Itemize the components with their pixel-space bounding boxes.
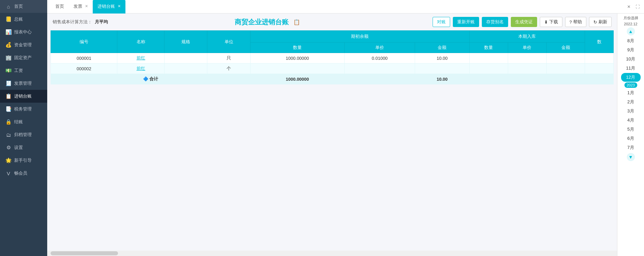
tab-bar: 首页发票✕进销台账✕ ✕ ⛶ [47,0,644,14]
month-nav-down[interactable]: ▼ [627,153,635,161]
sidebar-item-salary[interactable]: 💵工资 [0,64,47,77]
sidebar: ⌂首页📒总账📊报表中心💰资金管理🏢固定资产💵工资🧾发票管理📋进销台账📑税务管理🔒… [0,0,47,256]
col-spec: 规格 [165,31,207,53]
sidebar-item-assets[interactable]: 🏢固定资产 [0,51,47,64]
sidebar-item-archive[interactable]: 🗂归档管理 [0,128,47,141]
cell-in-amount [546,63,585,74]
col-period-in: 本期入库 [469,31,585,43]
toolbar: 销售成本计算方法： 月平均 商贸企业进销台账 📋 对账 重新开账 存货别名 生成… [47,14,617,30]
table-wrapper: 编号 名称 规格 单位 期初余额 本期入库 数 数量 单价 金额 数 [47,30,617,251]
month-item-2022-10月[interactable]: 10月 [621,55,641,63]
total-opening-qty: 1000.00000 [250,74,345,84]
settings-icon: ⚙ [5,145,11,151]
sidebar-item-close[interactable]: 🔒结账 [0,116,47,128]
cost-method-value: 月平均 [95,19,108,25]
month-item-2023-4月[interactable]: 4月 [621,116,641,125]
stock-icon: 📋 [5,93,11,99]
col-unit: 单位 [207,31,250,53]
sidebar-item-settings[interactable]: ⚙设置 [0,141,47,154]
cell-opening-amount: 10.00 [415,53,469,63]
cell-opening-price [345,63,415,74]
home-icon: ⌂ [5,4,11,9]
tab-close-stock-tab[interactable]: ✕ [118,4,121,8]
tab-label: 进销台账 [97,3,115,9]
cell-extra [585,53,614,63]
help-button[interactable]: ? 帮助 [565,17,586,27]
funds-icon: 💰 [5,42,11,48]
cell-in-amount [546,53,585,63]
refresh-button[interactable]: ↻ 刷新 [589,17,612,27]
month-nav-up[interactable]: ▲ [627,27,635,35]
sidebar-label: 结账 [14,119,23,125]
total-extra [585,74,614,84]
months-2023-container: 1月2月3月4月5月6月7月 [621,88,641,152]
close-window-button[interactable]: ✕ [626,4,632,10]
cell-code: 000002 [51,63,117,74]
maximize-window-button[interactable]: ⛶ [635,4,641,10]
total-opening-price [345,74,415,84]
reopen-button[interactable]: 重新开账 [453,17,479,27]
sidebar-item-tax[interactable]: 📑税务管理 [0,103,47,116]
sidebar-label: 税务管理 [14,106,32,112]
month-item-2022-9月[interactable]: 9月 [621,46,641,54]
cell-extra [585,63,614,74]
sidebar-label: 进销台账 [14,93,32,99]
month-panel: 月份选择 2022.12 ▲ 8月9月10月11月12月 2023 1月2月3月… [617,14,644,256]
help-icon: ? [569,20,572,25]
main-content: 销售成本计算方法： 月平均 商贸企业进销台账 📋 对账 重新开账 存货别名 生成… [47,14,617,256]
sidebar-item-report[interactable]: 📊报表中心 [0,26,47,39]
sidebar-item-guide[interactable]: 🌟新手引导 [0,154,47,167]
table-body: 000001 前红 只 1000.00000 0.01000 10.00 000… [51,53,614,84]
reconcile-button[interactable]: 对账 [433,17,450,27]
month-item-2022-11月[interactable]: 11月 [621,64,641,73]
sidebar-item-funds[interactable]: 💰资金管理 [0,39,47,51]
sidebar-label: 报表中心 [14,29,32,35]
save-alias-button[interactable]: 存货别名 [482,17,508,27]
generate-voucher-button[interactable]: 生成凭证 [511,17,537,27]
tab-close-invoice-tab[interactable]: ✕ [85,4,88,8]
cell-in-qty [469,53,508,63]
cost-method-label: 销售成本计算方法： [53,19,92,25]
tab-label: 发票 [74,3,82,9]
col-opening-balance: 期初余额 [250,31,469,43]
cell-opening-qty: 1000.00000 [250,53,345,63]
month-item-2022-8月[interactable]: 8月 [621,36,641,45]
toolbar-right: 对账 重新开账 存货别名 生成凭证 ⬇ 下载 ? 帮助 ↻ 刷新 [433,17,612,27]
scrollbar-thumb[interactable] [51,251,118,255]
month-item-2023-6月[interactable]: 6月 [621,134,641,143]
total-in-price [508,74,546,84]
sidebar-label: 设置 [14,145,23,151]
cell-in-price [508,53,546,63]
month-item-2023-2月[interactable]: 2月 [621,98,641,106]
tab-home-tab[interactable]: 首页 [51,0,69,14]
guide-icon: 🌟 [5,157,11,163]
sidebar-item-invoice-mgmt[interactable]: 🧾发票管理 [0,77,47,90]
sidebar-item-member[interactable]: V畅会员 [0,167,47,180]
invoice-mgmt-icon: 🧾 [5,80,11,86]
ledger-icon: 📒 [5,16,11,22]
month-item-2022-12月[interactable]: 12月 [621,73,641,82]
cell-opening-qty [250,63,345,74]
sidebar-label: 工资 [14,68,23,74]
cell-unit: 个 [207,63,250,74]
sidebar-item-home[interactable]: ⌂首页 [0,0,47,13]
table-row: 000002 前红 个 [51,63,614,74]
sidebar-label: 新手引导 [14,157,32,163]
cell-name: 前红 [117,53,165,63]
scrollbar-row[interactable] [47,251,617,256]
total-opening-amount: 10.00 [415,74,469,84]
sidebar-item-ledger[interactable]: 📒总账 [0,13,47,26]
assets-icon: 🏢 [5,55,11,61]
month-item-2023-1月[interactable]: 1月 [621,88,641,97]
main-area: 首页发票✕进销台账✕ ✕ ⛶ 销售成本计算方法： 月平均 商贸企业进销台账 📋 … [47,0,644,256]
cell-in-price [508,63,546,74]
tab-invoice-tab[interactable]: 发票✕ [69,0,93,14]
sidebar-item-stock[interactable]: 📋进销台账 [0,90,47,103]
month-item-2023-5月[interactable]: 5月 [621,125,641,134]
download-button[interactable]: ⬇ 下载 [540,17,562,27]
month-item-2023-3月[interactable]: 3月 [621,107,641,116]
tab-stock-tab[interactable]: 进销台账✕ [93,0,125,14]
month-item-2023-7月[interactable]: 7月 [621,143,641,152]
refresh-icon: ↻ [593,20,597,25]
col-in-qty: 数量 [469,43,508,53]
